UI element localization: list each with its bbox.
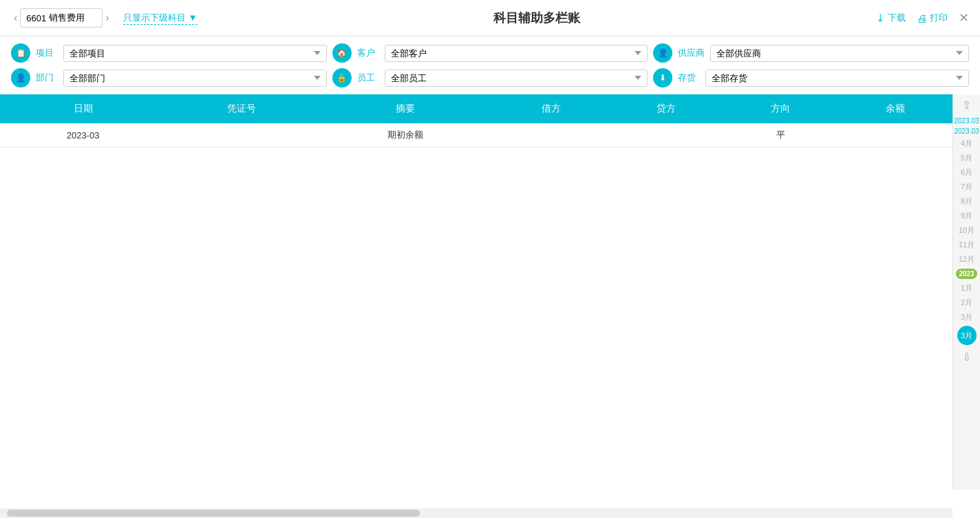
customer-select[interactable]: 全部客户 bbox=[385, 45, 648, 62]
show-sub-chevron-icon: ▼ bbox=[189, 12, 198, 23]
header-actions: ⤓ 下载 🖨 打印 bbox=[876, 12, 948, 24]
timeline-month-item[interactable]: 6月 bbox=[953, 165, 980, 180]
timeline-month-item[interactable]: 10月 bbox=[953, 223, 980, 238]
col-summary: 摘要 bbox=[317, 94, 494, 123]
employee-icon: 🔒 bbox=[332, 68, 352, 87]
employee-filter: 🔒 员工 全部员工 bbox=[332, 68, 648, 87]
supplier-icon: 👤 bbox=[653, 43, 672, 63]
cell-date: 2023-03 bbox=[0, 123, 166, 147]
cell-voucher bbox=[166, 123, 317, 147]
account-name-text: 销售费用 bbox=[49, 12, 85, 24]
department-icon: 👤 bbox=[11, 68, 30, 87]
scrollbar-thumb[interactable] bbox=[7, 510, 420, 517]
timeline-month-item[interactable]: 3月 bbox=[953, 310, 980, 324]
timeline-month-item[interactable]: 12月 bbox=[953, 252, 980, 267]
project-label: 项目 bbox=[36, 47, 58, 59]
inventory-select[interactable]: 全部存货 bbox=[705, 70, 969, 87]
next-account-btn[interactable]: › bbox=[103, 12, 111, 24]
timeline-month-item[interactable]: 7月 bbox=[953, 180, 980, 194]
timeline-month-selected[interactable]: 3月 bbox=[957, 326, 977, 345]
timeline-month-item[interactable]: 8月 bbox=[953, 194, 980, 209]
col-direction: 方向 bbox=[723, 94, 838, 123]
timeline-down-btn[interactable]: ⇩ bbox=[962, 346, 971, 368]
cell-direction: 平 bbox=[723, 123, 838, 147]
show-sub-toggle[interactable]: 只显示下级科目 ▼ bbox=[123, 12, 198, 25]
ledger-table: 日期 凭证号 摘要 借方 贷方 方向 余额 2023-03 期初余额 平 bbox=[0, 94, 952, 147]
year-badge[interactable]: 2023 bbox=[956, 269, 977, 279]
project-select[interactable]: 全部项目 bbox=[63, 45, 327, 62]
filter-bar: 📋 项目 全部项目 🏠 客户 全部客户 👤 供应商 全部供应商 👤 部门 全 bbox=[0, 37, 980, 94]
cell-debit bbox=[494, 123, 609, 147]
account-code-display: 6601 销售费用 bbox=[20, 8, 103, 28]
close-button[interactable]: ✕ bbox=[959, 10, 969, 25]
supplier-filter: 👤 供应商 全部供应商 bbox=[653, 43, 969, 63]
col-debit: 借方 bbox=[494, 94, 609, 123]
customer-icon: 🏠 bbox=[332, 43, 352, 63]
timeline-month-item[interactable]: 2月 bbox=[953, 296, 980, 310]
col-voucher: 凭证号 bbox=[166, 94, 317, 123]
department-filter: 👤 部门 全部部门 bbox=[11, 68, 327, 87]
project-filter: 📋 项目 全部项目 bbox=[11, 43, 327, 63]
account-code-text: 6601 bbox=[26, 13, 46, 23]
cell-credit bbox=[608, 123, 723, 147]
show-sub-label: 只显示下级科目 bbox=[123, 12, 186, 24]
print-icon: 🖨 bbox=[917, 12, 927, 24]
col-date: 日期 bbox=[0, 94, 166, 123]
content-area: 日期 凭证号 摘要 借方 贷方 方向 余额 2023-03 期初余额 平 bbox=[0, 94, 980, 490]
table-row: 2023-03 期初余额 平 bbox=[0, 123, 952, 147]
supplier-label: 供应商 bbox=[678, 47, 705, 59]
employee-select[interactable]: 全部员工 bbox=[385, 70, 648, 87]
department-label: 部门 bbox=[36, 72, 58, 84]
page-title: 科目辅助多栏账 bbox=[198, 10, 876, 26]
print-button[interactable]: 🖨 打印 bbox=[917, 12, 948, 24]
customer-filter: 🏠 客户 全部客户 bbox=[332, 43, 648, 63]
timeline-month-item[interactable]: 9月 bbox=[953, 209, 980, 223]
inventory-icon: ⬇ bbox=[653, 68, 672, 87]
prev-account-btn[interactable]: ‹ bbox=[11, 12, 20, 24]
timeline-month-item[interactable]: 4月 bbox=[953, 136, 980, 151]
supplier-select[interactable]: 全部供应商 bbox=[710, 45, 969, 62]
employee-label: 员工 bbox=[357, 72, 379, 84]
timeline-month-item[interactable]: 1月 bbox=[953, 281, 980, 296]
cell-balance bbox=[838, 123, 952, 147]
timeline-month-item[interactable]: 11月 bbox=[953, 238, 980, 252]
department-select[interactable]: 全部部门 bbox=[63, 70, 327, 87]
table-header-row: 日期 凭证号 摘要 借方 贷方 方向 余额 bbox=[0, 94, 952, 123]
download-button[interactable]: ⤓ 下载 bbox=[876, 12, 906, 24]
customer-label: 客户 bbox=[357, 47, 379, 59]
header-bar: ‹ 6601 销售费用 › 只显示下级科目 ▼ 科目辅助多栏账 ⤓ 下载 🖨 打… bbox=[0, 0, 980, 37]
cell-summary: 期初余额 bbox=[317, 123, 494, 147]
timeline-selected-1[interactable]: 2023.03 bbox=[952, 116, 980, 126]
col-credit: 贷方 bbox=[608, 94, 723, 123]
project-icon: 📋 bbox=[11, 43, 30, 63]
horizontal-scrollbar[interactable] bbox=[0, 508, 952, 518]
table-area: 日期 凭证号 摘要 借方 贷方 方向 余额 2023-03 期初余额 平 bbox=[0, 94, 952, 490]
download-icon: ⤓ bbox=[876, 12, 885, 24]
timeline-selected-2[interactable]: 2023.03 bbox=[952, 126, 980, 136]
timeline-panel: ⇧ 2023.03 2023.03 4月5月6月7月8月9月10月11月12月 … bbox=[952, 94, 980, 490]
inventory-filter: ⬇ 存货 全部存货 bbox=[653, 68, 969, 87]
inventory-label: 存货 bbox=[678, 72, 700, 84]
timeline-up-btn[interactable]: ⇧ bbox=[962, 94, 971, 116]
timeline-month-item[interactable]: 5月 bbox=[953, 151, 980, 165]
col-balance: 余额 bbox=[838, 94, 952, 123]
